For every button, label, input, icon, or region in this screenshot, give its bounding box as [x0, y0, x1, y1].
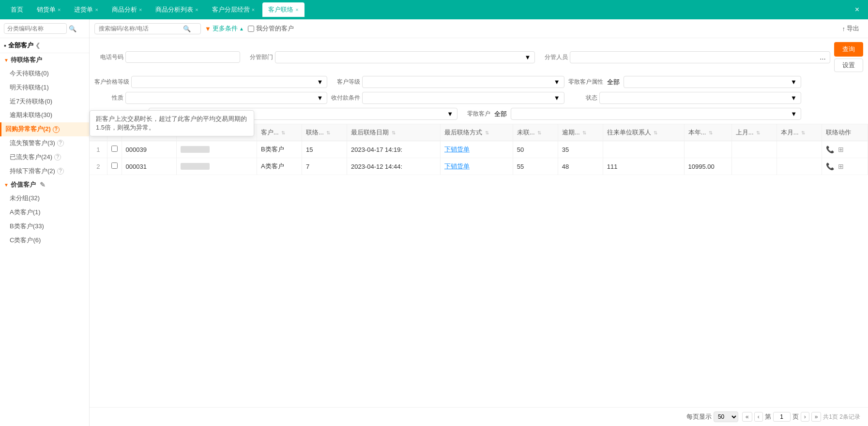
sidebar-value-edit-icon[interactable]: ✎ — [40, 181, 46, 189]
page-input[interactable] — [773, 412, 791, 422]
col-contact-count: 联络... ⇅ — [302, 124, 347, 141]
status-label: 状态 — [568, 94, 597, 102]
sidebar-item-7days[interactable]: 近7天待联络(0) — [0, 95, 89, 109]
filter-field-retail-attr: 零散客户属性 全部 ▼ — [568, 76, 801, 88]
customer-grade-select[interactable]: ▼ — [362, 76, 564, 88]
price-grade-label: 客户价格等级 — [94, 78, 129, 86]
row2-method-link[interactable]: 下销货单 — [444, 162, 470, 170]
row1-last-date: 2023-04-17 14:19: — [347, 141, 440, 158]
row1-checkbox[interactable] — [111, 146, 118, 152]
sidebar-item-declining[interactable]: 持续下滑客户(2) ? — [0, 164, 89, 178]
nav-item-analysis[interactable]: 商品分析 × — [106, 2, 148, 17]
nav-item-customer-contact[interactable]: 客户联络 × — [262, 2, 304, 17]
col-no-contact-sort[interactable]: ⇅ — [537, 130, 541, 135]
col-overdue-sort[interactable]: ⇅ — [582, 130, 586, 135]
first-page-btn[interactable]: « — [742, 412, 752, 422]
nav-item-purchase[interactable]: 进货单 × — [68, 2, 104, 17]
next-page-btn[interactable]: › — [801, 412, 809, 422]
last-page-btn[interactable]: » — [811, 412, 822, 422]
customer-type-chevron: ▼ — [447, 110, 453, 118]
window-close-button[interactable]: × — [851, 3, 863, 16]
nav-close-customer-mgmt[interactable]: × — [252, 7, 255, 13]
retail-attr-select[interactable]: ▼ — [624, 76, 801, 88]
sidebar-item-tomorrow[interactable]: 明天待联络(1) — [0, 81, 89, 95]
sidebar-all-customers[interactable]: ▪ 全部客户 ❮ — [0, 38, 89, 53]
table-row: 2 000031 ​ A类客户 7 2023-04-12 14:44: 下销货单… — [90, 158, 868, 175]
row1-last-method[interactable]: 下销货单 — [440, 141, 513, 158]
sidebar-search-input[interactable] — [4, 23, 67, 34]
nav-close-sales[interactable]: × — [58, 7, 61, 13]
col-last-month-sort[interactable]: ⇅ — [756, 130, 760, 135]
my-customers-checkbox[interactable] — [248, 26, 254, 32]
col-this-month-sort[interactable]: ⇅ — [801, 130, 805, 135]
sidebar-loss-warning-label: 流失预警客户(3) — [10, 138, 55, 148]
row2-last-method[interactable]: 下销货单 — [440, 158, 513, 175]
retail-customer-select[interactable]: ▼ — [511, 108, 801, 120]
row1-phone-icon[interactable]: 📞 — [826, 146, 834, 153]
sidebar-item-a-class[interactable]: A类客户(1) — [0, 206, 89, 220]
nav-item-customer-mgmt[interactable]: 客户分层经营 × — [206, 2, 260, 17]
row2-contact-count: 7 — [302, 158, 347, 175]
nav-item-sales[interactable]: 销货单 × — [31, 2, 66, 17]
col-method-sort[interactable]: ⇅ — [485, 130, 489, 135]
export-label: 导出 — [847, 24, 859, 33]
col-year-sort[interactable]: ⇅ — [709, 130, 713, 135]
sidebar-search-icon[interactable]: 🔍 — [69, 25, 76, 32]
col-type: 客户... ⇅ — [257, 124, 302, 141]
sidebar-item-c-class[interactable]: C类客户(6) — [0, 234, 89, 248]
sidebar-collapse-icon[interactable]: ❮ — [35, 42, 40, 49]
sidebar-overdue-label: 逾期未联络(30) — [10, 111, 52, 118]
per-page-select[interactable]: 50 20 100 — [714, 411, 738, 422]
sidebar-item-ungrouped[interactable]: 未分组(32) — [0, 191, 89, 206]
nav-item-home[interactable]: 首页 — [5, 2, 29, 17]
sidebar-item-abnormal[interactable]: 回购异常客户(2) ? — [0, 122, 89, 136]
nav-close-analysis[interactable]: × — [139, 7, 142, 13]
query-button[interactable]: 查询 — [834, 42, 863, 57]
row1-action-icons: 📞 ⊞ — [826, 146, 864, 153]
col-date-sort[interactable]: ⇅ — [392, 130, 396, 135]
filter-search-input[interactable] — [99, 25, 181, 32]
nav-item-analysis-list[interactable]: 商品分析列表 × — [150, 2, 204, 17]
settings-button[interactable]: 设置 — [834, 59, 863, 72]
row2-phone-icon[interactable]: 📞 — [826, 162, 834, 170]
sidebar-item-overdue[interactable]: 逾期未联络(30) — [0, 108, 89, 122]
sidebar-pending-group[interactable]: ▼ 待联络客户 — [0, 53, 89, 67]
gender-select[interactable]: ▼ — [125, 92, 327, 104]
manager-select[interactable]: … — [570, 51, 830, 63]
prev-page-btn[interactable]: ‹ — [754, 412, 763, 422]
row2-type: A类客户 — [257, 158, 302, 175]
sidebar-abnormal-label: 回购异常客户(2) — [5, 124, 51, 134]
status-select[interactable]: ▼ — [599, 92, 801, 104]
sidebar-item-loss-warning[interactable]: 流失预警客户(3) ? — [0, 136, 89, 150]
nav-close-analysis-list[interactable]: × — [195, 7, 198, 13]
sidebar-declining-label: 持续下滑客户(2) — [10, 166, 55, 176]
lost-info-icon[interactable]: ? — [54, 154, 61, 161]
sidebar-value-group[interactable]: ▼ 价值客户 ✎ — [0, 178, 89, 191]
more-conditions-btn[interactable]: ▼ 更多条件 ▲ — [205, 24, 244, 33]
col-contact-count-label: 联络... — [306, 129, 324, 136]
nav-close-purchase[interactable]: × — [95, 7, 98, 13]
dept-select[interactable]: ▼ — [275, 51, 535, 63]
row1-method-link[interactable]: 下销货单 — [444, 146, 470, 153]
row2-grid-icon[interactable]: ⊞ — [838, 162, 844, 170]
price-grade-select[interactable]: ▼ — [131, 76, 327, 88]
row1-grid-icon[interactable]: ⊞ — [838, 146, 844, 153]
col-contact-sort[interactable]: ⇅ — [326, 130, 330, 135]
export-button[interactable]: ↑ 导出 — [838, 22, 864, 35]
filter-search-icon[interactable]: 🔍 — [183, 25, 191, 32]
declining-info-icon[interactable]: ? — [57, 168, 64, 175]
row2-checkbox[interactable] — [111, 162, 118, 169]
payment-select[interactable]: ▼ — [362, 92, 564, 104]
sidebar-item-today[interactable]: 今天待联络(0) — [0, 67, 89, 81]
row2-this-month — [777, 158, 822, 175]
loss-warning-info-icon[interactable]: ? — [57, 140, 64, 147]
sidebar-today-label: 今天待联络(0) — [10, 70, 49, 77]
abnormal-info-icon[interactable]: ? — [53, 126, 60, 133]
col-type-sort[interactable]: ⇅ — [281, 130, 285, 135]
sidebar-item-lost[interactable]: 已流失客户(24) ? — [0, 150, 89, 164]
col-unit-sort[interactable]: ⇅ — [654, 130, 657, 135]
phone-input[interactable] — [125, 51, 240, 63]
sidebar-item-b-class[interactable]: B类客户(33) — [0, 220, 89, 234]
nav-close-customer-contact[interactable]: × — [295, 7, 298, 13]
col-year-amount: 本年... ⇅ — [684, 124, 731, 141]
